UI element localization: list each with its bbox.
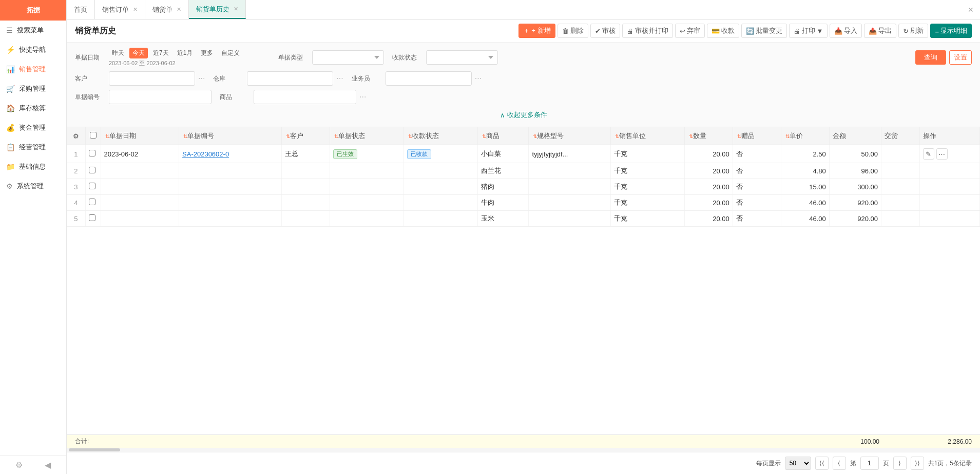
warehouse-input[interactable] bbox=[247, 71, 333, 86]
abandon-button[interactable]: ↩ 弃审 bbox=[675, 24, 705, 38]
sidebar-item-basic-info[interactable]: 📁 基础信息 bbox=[0, 157, 66, 176]
table-row: 4 牛肉 千克 20.00 否 46.00 920.00 bbox=[67, 195, 980, 211]
add-button[interactable]: ＋ + 新增 bbox=[518, 24, 555, 38]
page-prev-button[interactable]: ⟨ bbox=[833, 457, 846, 470]
import-button[interactable]: 📥 导入 bbox=[830, 24, 862, 38]
th-settings[interactable]: ⚙ bbox=[67, 127, 85, 145]
refresh-button[interactable]: ↻ 刷新 bbox=[898, 24, 928, 38]
select-all-checkbox[interactable] bbox=[90, 132, 97, 139]
tab-home[interactable]: 首页 bbox=[67, 0, 95, 19]
abandon-icon: ↩ bbox=[680, 27, 685, 35]
cell-checkbox[interactable] bbox=[85, 211, 101, 227]
tab-bar-close-icon[interactable]: ✕ bbox=[962, 6, 980, 14]
tab-sales-history[interactable]: 销货单历史 ✕ bbox=[189, 0, 246, 19]
per-page-select[interactable]: 50 100 bbox=[785, 457, 811, 470]
tab-sales-goods-close-icon[interactable]: ✕ bbox=[177, 6, 181, 13]
tab-sales-order-label: 销售订单 bbox=[102, 5, 129, 14]
th-checkbox[interactable] bbox=[85, 127, 101, 145]
sidebar-settings-icon[interactable]: ⚙ bbox=[15, 460, 23, 470]
cell-unit-price: 46.00 bbox=[781, 211, 829, 227]
sidebar-item-sys-mgmt[interactable]: ⚙ 系统管理 bbox=[0, 176, 66, 196]
date-tag-7days[interactable]: 近7天 bbox=[150, 48, 172, 58]
sidebar-item-search-menu[interactable]: ☰ 搜索菜单 bbox=[0, 21, 66, 40]
settings-button[interactable]: 设置 bbox=[949, 50, 972, 65]
batch-change-button[interactable]: 🔄 批量变更 bbox=[741, 24, 787, 38]
table-row: 5 玉米 千克 20.00 否 46.00 920.00 bbox=[67, 211, 980, 227]
goods-filter-item: 商品 ··· bbox=[220, 90, 366, 104]
cell-checkbox[interactable] bbox=[85, 163, 101, 179]
cell-gift: 否 bbox=[733, 211, 781, 227]
th-unit-price[interactable]: ⇅单价 bbox=[781, 127, 829, 145]
horizontal-scrollbar[interactable] bbox=[67, 448, 980, 452]
date-tag-yesterday[interactable]: 昨天 bbox=[109, 48, 127, 58]
inventory-icon: 🏠 bbox=[6, 104, 15, 112]
customer-input[interactable] bbox=[109, 71, 195, 86]
th-doc-status[interactable]: ⇅单据状态 bbox=[330, 127, 403, 145]
cell-checkbox[interactable] bbox=[85, 195, 101, 211]
edit-action-btn[interactable]: ✎ bbox=[923, 148, 934, 160]
th-doc-no[interactable]: ⇅单据编号 bbox=[179, 127, 282, 145]
payment-status-select[interactable] bbox=[426, 50, 498, 65]
th-payment-status[interactable]: ⇅收款状态 bbox=[403, 127, 477, 145]
sort-icon: ⇅ bbox=[615, 133, 619, 139]
scrollbar-thumb[interactable] bbox=[69, 448, 120, 451]
date-filter-label: 单据日期 bbox=[75, 53, 106, 62]
cell-checkbox[interactable] bbox=[85, 179, 101, 195]
print-button[interactable]: 🖨 打印 ▼ bbox=[789, 24, 828, 38]
date-tag-today[interactable]: 今天 bbox=[129, 48, 148, 58]
row-checkbox[interactable] bbox=[89, 214, 95, 221]
sidebar-item-label: 采购管理 bbox=[19, 84, 46, 93]
page-first-button[interactable]: ⟨⟨ bbox=[815, 457, 829, 470]
sidebar-item-purchase-mgmt[interactable]: 🛒 采购管理 bbox=[0, 79, 66, 98]
sidebar-item-sales-mgmt[interactable]: 📊 销售管理 bbox=[0, 60, 66, 79]
doc-no-link[interactable]: SA-20230602-0 bbox=[182, 150, 229, 158]
page-input[interactable] bbox=[860, 457, 879, 470]
th-gift[interactable]: ⇅赠品 bbox=[733, 127, 781, 145]
doc-type-select[interactable] bbox=[312, 50, 384, 65]
sidebar-item-ops-mgmt[interactable]: 📋 经营管理 bbox=[0, 137, 66, 157]
cell-checkbox[interactable] bbox=[85, 145, 101, 163]
sidebar-item-inventory[interactable]: 🏠 库存核算 bbox=[0, 98, 66, 118]
th-unit[interactable]: ⇅销售单位 bbox=[610, 127, 684, 145]
th-doc-date[interactable]: ⇅单据日期 bbox=[101, 127, 179, 145]
more-action-btn[interactable]: ⋯ bbox=[936, 148, 948, 160]
date-tag-more[interactable]: 更多 bbox=[198, 48, 216, 58]
page-last-button[interactable]: ⟩⟩ bbox=[911, 457, 924, 470]
collect-button[interactable]: 💳 收款 bbox=[707, 24, 739, 38]
delete-button[interactable]: 🗑 删除 bbox=[558, 24, 588, 38]
tab-sales-order[interactable]: 销售订单 ✕ bbox=[95, 0, 145, 19]
show-detail-button[interactable]: ≡ 显示明细 bbox=[930, 24, 972, 38]
export-button[interactable]: 📤 导出 bbox=[864, 24, 896, 38]
query-button[interactable]: 查询 bbox=[915, 50, 946, 65]
row-checkbox[interactable] bbox=[89, 183, 95, 189]
payment-status-label: 收款状态 bbox=[392, 53, 423, 62]
sidebar-collapse-icon[interactable]: ◀ bbox=[45, 460, 51, 470]
tab-sales-history-close-icon[interactable]: ✕ bbox=[234, 6, 238, 12]
salesperson-picker-icon[interactable]: ··· bbox=[475, 74, 482, 83]
page-next-button[interactable]: ⟩ bbox=[893, 457, 907, 470]
goods-picker-icon[interactable]: ··· bbox=[359, 92, 366, 102]
collapse-button[interactable]: ∧ 收起更多条件 bbox=[75, 108, 972, 122]
salesperson-input[interactable] bbox=[386, 71, 472, 86]
tab-sales-order-close-icon[interactable]: ✕ bbox=[133, 6, 138, 13]
tab-sales-goods[interactable]: 销货单 ✕ bbox=[145, 0, 189, 19]
th-customer[interactable]: ⇅客户 bbox=[281, 127, 330, 145]
audit-print-button[interactable]: 🖨 审核并打印 bbox=[622, 24, 673, 38]
th-spec[interactable]: ⇅规格型号 bbox=[529, 127, 610, 145]
row-checkbox[interactable] bbox=[89, 167, 95, 173]
total-info: 共1页，5条记录 bbox=[928, 459, 972, 468]
doc-no-input[interactable] bbox=[109, 90, 212, 104]
sidebar-item-quick-nav[interactable]: ⚡ 快捷导航 bbox=[0, 40, 66, 60]
th-goods[interactable]: ⇅商品 bbox=[477, 127, 529, 145]
date-tag-1month[interactable]: 近1月 bbox=[174, 48, 196, 58]
sidebar-item-finance-mgmt[interactable]: 💰 资金管理 bbox=[0, 118, 66, 137]
date-tag-custom[interactable]: 自定义 bbox=[218, 48, 243, 58]
customer-picker-icon[interactable]: ··· bbox=[198, 74, 205, 83]
audit-button[interactable]: ✔ 审核 bbox=[590, 24, 620, 38]
cell-doc-status: 已生效 bbox=[330, 145, 403, 163]
goods-input[interactable] bbox=[254, 90, 356, 104]
row-checkbox[interactable] bbox=[89, 199, 95, 205]
warehouse-picker-icon[interactable]: ··· bbox=[336, 74, 343, 83]
row-checkbox[interactable] bbox=[89, 150, 95, 156]
th-qty[interactable]: ⇅数量 bbox=[684, 127, 733, 145]
